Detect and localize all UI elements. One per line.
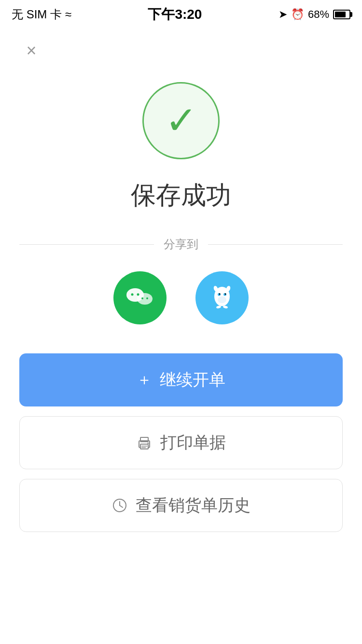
alarm-icon: ⏰ <box>291 8 304 21</box>
svg-point-5 <box>146 297 148 299</box>
action-buttons: ＋ 继续开单 打印单据 <box>19 353 343 532</box>
divider-right <box>208 244 343 245</box>
continue-button[interactable]: ＋ 继续开单 <box>19 353 343 406</box>
battery-label: 68% <box>308 8 329 21</box>
status-right: ➤ ⏰ 68% <box>278 8 350 21</box>
svg-line-25 <box>120 505 123 507</box>
history-button[interactable]: 查看销货单历史 <box>19 479 343 532</box>
plus-icon: ＋ <box>137 369 152 391</box>
svg-point-10 <box>225 294 226 295</box>
status-left: 无 SIM 卡 ≈ <box>12 7 71 22</box>
svg-point-1 <box>137 293 153 305</box>
close-button[interactable]: × <box>19 39 43 63</box>
history-label: 查看销货单历史 <box>136 494 251 517</box>
svg-point-3 <box>137 293 139 295</box>
success-circle: ✓ <box>142 82 220 159</box>
qq-share-button[interactable] <box>195 271 249 324</box>
svg-point-20 <box>148 443 149 444</box>
clock-icon <box>111 497 128 514</box>
qq-icon <box>207 283 237 313</box>
svg-rect-19 <box>140 444 148 449</box>
success-title: 保存成功 <box>131 179 231 212</box>
svg-point-12 <box>218 296 226 303</box>
divider-left <box>19 244 154 245</box>
svg-point-4 <box>141 297 143 299</box>
continue-label: 继续开单 <box>160 369 225 391</box>
wechat-share-button[interactable] <box>113 271 167 324</box>
main-content: × ✓ 保存成功 分享到 <box>0 29 362 532</box>
close-icon: × <box>26 42 36 59</box>
print-label: 打印单据 <box>160 432 226 454</box>
share-buttons-row <box>113 271 249 324</box>
svg-point-9 <box>219 294 221 295</box>
sim-label: 无 SIM 卡 ≈ <box>12 7 71 22</box>
printer-icon <box>136 434 153 451</box>
share-label: 分享到 <box>164 237 198 252</box>
print-button[interactable]: 打印单据 <box>19 416 343 469</box>
battery-icon <box>333 10 350 19</box>
svg-point-2 <box>131 293 133 295</box>
status-time: 下午3:20 <box>148 5 202 24</box>
share-divider: 分享到 <box>19 237 343 252</box>
checkmark-icon: ✓ <box>165 101 197 140</box>
location-icon: ➤ <box>278 8 287 21</box>
status-bar: 无 SIM 卡 ≈ 下午3:20 ➤ ⏰ 68% <box>0 0 362 29</box>
wechat-icon <box>125 282 156 314</box>
